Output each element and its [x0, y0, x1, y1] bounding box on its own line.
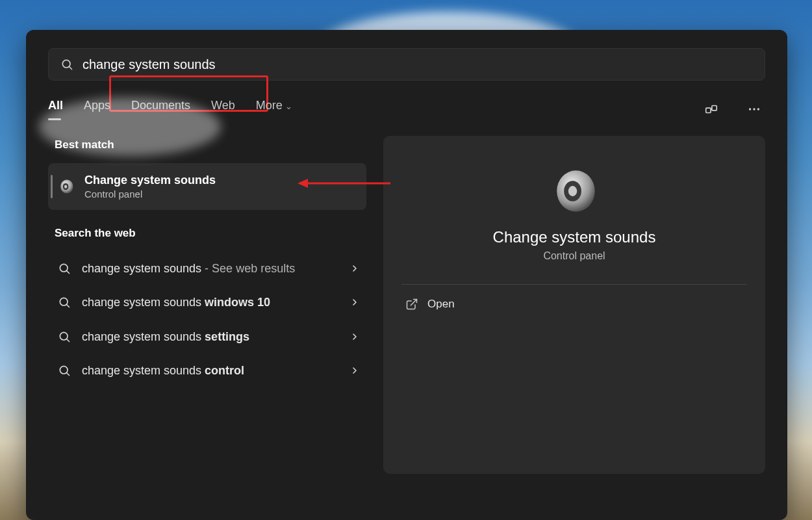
svg-marker-12 — [298, 179, 308, 188]
tab-label: All — [48, 99, 63, 112]
web-suggestions-list: change system sounds - See web resultsch… — [48, 252, 366, 387]
svg-line-14 — [67, 271, 70, 274]
web-suggestion[interactable]: change system sounds - See web results — [48, 252, 366, 285]
svg-line-20 — [67, 373, 70, 376]
svg-rect-3 — [712, 105, 717, 110]
filter-tabs: All Apps Documents Web More⌄ — [48, 99, 765, 119]
detail-subtitle: Control panel — [543, 250, 605, 262]
tab-all[interactable]: All — [48, 99, 63, 119]
search-bar[interactable] — [48, 48, 765, 81]
search-web-header: Search the web — [55, 227, 366, 240]
speaker-icon — [549, 166, 600, 216]
chevron-right-icon — [349, 332, 360, 342]
svg-line-1 — [70, 67, 72, 70]
svg-rect-2 — [706, 108, 711, 112]
svg-point-5 — [749, 108, 751, 110]
tab-more[interactable]: More⌄ — [256, 99, 292, 119]
chevron-right-icon — [349, 365, 360, 376]
more-options-icon[interactable] — [743, 99, 765, 119]
svg-line-18 — [67, 339, 70, 341]
chevron-right-icon — [349, 297, 360, 307]
tab-label: Documents — [131, 99, 190, 112]
web-suggestion-text: change system sounds control — [82, 363, 340, 378]
best-match-subtitle: Control panel — [84, 188, 216, 200]
tab-label: Web — [211, 99, 235, 112]
best-match-text: Change system sounds Control panel — [84, 174, 216, 200]
results-area: Best match Change system sounds Control … — [48, 136, 765, 474]
web-suggestion[interactable]: change system sounds control — [48, 354, 366, 387]
web-suggestion-text: change system sounds settings — [82, 329, 340, 344]
tab-documents[interactable]: Documents — [131, 99, 190, 119]
search-icon — [56, 330, 73, 343]
search-icon — [60, 58, 73, 71]
search-icon — [56, 262, 73, 275]
svg-line-16 — [67, 305, 70, 307]
detail-pane: Change system sounds Control panel Open — [383, 136, 765, 474]
best-match-header: Best match — [55, 138, 366, 151]
results-list: Best match Change system sounds Control … — [48, 136, 366, 474]
speaker-icon — [57, 177, 75, 196]
best-match-title: Change system sounds — [84, 174, 216, 187]
web-suggestion-text: change system sounds - See web results — [82, 261, 340, 276]
best-match-item[interactable]: Change system sounds Control panel — [48, 163, 366, 210]
annotation-red-arrow — [296, 176, 392, 190]
detail-title: Change system sounds — [493, 228, 656, 246]
search-input[interactable] — [82, 57, 753, 72]
action-label: Open — [427, 298, 455, 311]
rewards-icon[interactable] — [700, 99, 722, 119]
tab-web[interactable]: Web — [211, 99, 235, 119]
svg-point-10 — [64, 185, 67, 188]
svg-point-23 — [568, 186, 577, 196]
search-icon — [56, 296, 73, 309]
tab-label: More — [256, 99, 283, 112]
open-external-icon — [405, 298, 418, 311]
svg-line-24 — [411, 300, 416, 306]
chevron-down-icon: ⌄ — [285, 101, 292, 111]
web-suggestion[interactable]: change system sounds settings — [48, 320, 366, 354]
chevron-right-icon — [349, 263, 360, 274]
web-suggestion-text: change system sounds windows 10 — [82, 294, 340, 310]
web-suggestion[interactable]: change system sounds windows 10 — [48, 285, 366, 319]
svg-point-7 — [757, 108, 759, 110]
svg-point-6 — [753, 108, 755, 110]
tab-label: Apps — [84, 99, 110, 112]
tab-apps[interactable]: Apps — [84, 99, 110, 119]
open-action[interactable]: Open — [401, 285, 747, 324]
windows-search-flyout: All Apps Documents Web More⌄ Best match — [26, 30, 787, 520]
search-icon — [56, 364, 73, 377]
